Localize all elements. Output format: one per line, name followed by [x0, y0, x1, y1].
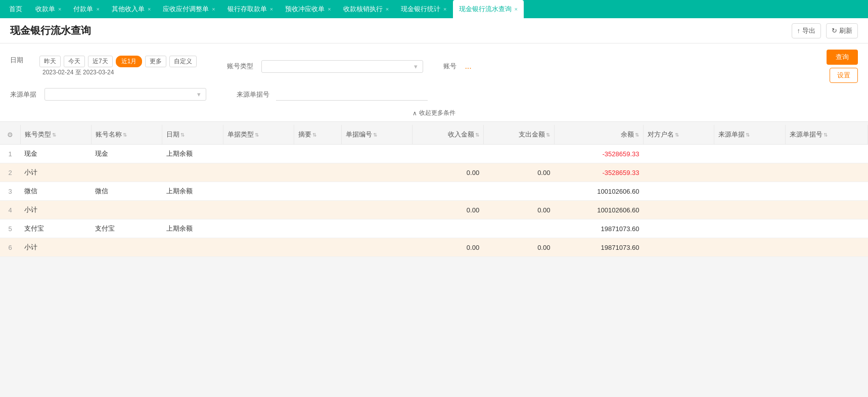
row-source-doc — [714, 182, 785, 201]
col-balance-header[interactable]: 余额⇅ — [554, 125, 643, 145]
row-source-doc — [714, 163, 785, 182]
source-doc-select[interactable]: ▾ — [44, 88, 206, 101]
col-summary-header[interactable]: 摘要⇅ — [294, 125, 342, 145]
row-seq: 5 — [0, 219, 20, 238]
col-gear: ⚙ — [0, 125, 20, 145]
row-doc-no — [342, 163, 413, 182]
row-source-doc — [714, 238, 785, 257]
table-row: 2 小计 0.00 0.00 -3528659.33 — [0, 163, 868, 182]
date-btn-more[interactable]: 更多 — [145, 56, 166, 67]
sort-icon: ⇅ — [746, 132, 750, 138]
row-account-type: 小计 — [20, 238, 91, 257]
row-income — [413, 219, 483, 238]
query-button[interactable]: 查询 — [827, 50, 858, 65]
row-balance: 100102606.60 — [554, 182, 643, 201]
date-btn-today[interactable]: 今天 — [64, 56, 85, 67]
refresh-icon: ↻ — [832, 27, 837, 34]
close-icon[interactable]: × — [212, 6, 215, 12]
col-doc-type-header[interactable]: 单据类型⇅ — [223, 125, 294, 145]
date-label: 日期 — [10, 56, 35, 65]
sort-icon: ⇅ — [255, 132, 259, 138]
row-doc-type — [223, 182, 294, 201]
tab-bank-deposit[interactable]: 银行存取款单 × — [221, 0, 279, 18]
close-icon[interactable]: × — [58, 6, 61, 12]
row-source-doc — [714, 145, 785, 163]
date-btn-yesterday[interactable]: 昨天 — [39, 56, 61, 67]
col-date-header[interactable]: 日期⇅ — [162, 125, 223, 145]
tab-other-income[interactable]: 其他收入单 × — [106, 0, 157, 18]
row-summary — [294, 163, 342, 182]
tab-receipt[interactable]: 收款单 × — [29, 0, 67, 18]
row-account-name: 支付宝 — [91, 219, 162, 238]
row-doc-type — [223, 219, 294, 238]
close-icon[interactable]: × — [328, 6, 331, 12]
row-date: 上期余额 — [162, 182, 223, 201]
row-date: 上期余额 — [162, 219, 223, 238]
tab-payment[interactable]: 付款单 × — [67, 0, 105, 18]
close-icon[interactable]: × — [443, 6, 446, 12]
account-no-label: 账号 — [443, 62, 459, 71]
col-source-doc-no-header[interactable]: 来源单据号⇅ — [785, 125, 867, 145]
collapse-bar[interactable]: ∧ 收起更多条件 — [10, 106, 858, 121]
col-account-type-header[interactable]: 账号类型⇅ — [20, 125, 91, 145]
row-income: 0.00 — [413, 163, 483, 182]
account-type-select[interactable]: ▾ — [261, 60, 423, 73]
tab-cash-bank-flow[interactable]: 现金银行流水查询 × — [453, 0, 524, 18]
table-row: 6 小计 0.00 0.00 19871073.60 — [0, 238, 868, 257]
account-no-dots-button[interactable]: ... — [463, 62, 473, 71]
tab-advance-offset[interactable]: 预收冲应收单 × — [279, 0, 337, 18]
row-doc-type — [223, 201, 294, 219]
col-doc-no-header[interactable]: 单据编号⇅ — [342, 125, 413, 145]
sort-icon: ⇅ — [675, 132, 679, 138]
tab-payment-verify[interactable]: 收款核销执行 × — [337, 0, 395, 18]
row-expense: 0.00 — [483, 238, 554, 257]
date-btn-custom[interactable]: 自定义 — [169, 56, 197, 67]
chevron-down-icon: ▾ — [414, 63, 418, 70]
row-income — [413, 182, 483, 201]
tab-cash-bank-stat[interactable]: 现金银行统计 × — [395, 0, 452, 18]
row-seq: 2 — [0, 163, 20, 182]
nav-home[interactable]: 首页 — [2, 0, 29, 18]
close-icon[interactable]: × — [96, 6, 99, 12]
table-row: 3 微信 微信 上期余额 100102606.60 — [0, 182, 868, 201]
sort-icon: ⇅ — [635, 132, 639, 138]
close-icon[interactable]: × — [386, 6, 389, 12]
refresh-button[interactable]: ↻ 刷新 — [826, 23, 858, 38]
tab-receivable-adjust[interactable]: 应收应付调整单 × — [157, 0, 221, 18]
table-body: 1 现金 现金 上期余额 -3528659.33 2 小计 0.00 0.00 … — [0, 145, 868, 257]
sort-icon: ⇅ — [312, 132, 316, 138]
close-icon[interactable]: × — [515, 6, 518, 12]
gear-icon[interactable]: ⚙ — [7, 131, 13, 139]
row-account-name — [91, 163, 162, 182]
date-options: 昨天 今天 近7天 近1月 更多 自定义 — [39, 56, 197, 67]
col-account-name-header[interactable]: 账号名称⇅ — [91, 125, 162, 145]
row-summary — [294, 219, 342, 238]
row-doc-no — [342, 219, 413, 238]
date-btn-7days[interactable]: 近7天 — [88, 56, 113, 67]
row-account-name — [91, 201, 162, 219]
date-btn-1month[interactable]: 近1月 — [116, 56, 143, 67]
col-expense-header[interactable]: 支出金额⇅ — [483, 125, 554, 145]
row-counterparty — [644, 201, 714, 219]
row-source-doc-no — [785, 182, 867, 201]
row-doc-no — [342, 238, 413, 257]
sort-icon: ⇅ — [373, 132, 377, 138]
source-doc-no-input[interactable] — [276, 89, 428, 101]
settings-button[interactable]: 设置 — [830, 68, 858, 83]
table-wrap: ⚙ 账号类型⇅ 账号名称⇅ 日期⇅ 单据类型⇅ 摘要⇅ 单据编号 — [0, 125, 868, 257]
row-source-doc — [714, 201, 785, 219]
close-icon[interactable]: × — [270, 6, 273, 12]
col-source-doc-header[interactable]: 来源单据⇅ — [714, 125, 785, 145]
close-icon[interactable]: × — [148, 6, 151, 12]
col-counterparty-header[interactable]: 对方户名⇅ — [644, 125, 714, 145]
filter-row-1: 日期 昨天 今天 近7天 近1月 更多 自定义 2023-02-24 至 202… — [10, 50, 858, 83]
row-counterparty — [644, 238, 714, 257]
row-counterparty — [644, 219, 714, 238]
date-range-display: 2023-02-24 至 2023-03-24 — [42, 68, 197, 77]
top-nav: 首页 收款单 × 付款单 × 其他收入单 × 应收应付调整单 × 银行存取款单 … — [0, 0, 868, 18]
export-button[interactable]: ↑ 导出 — [792, 23, 821, 38]
source-doc-label: 来源单据 — [10, 90, 40, 99]
row-balance: 19871073.60 — [554, 219, 643, 238]
row-doc-type — [223, 145, 294, 163]
col-income-header[interactable]: 收入金额⇅ — [413, 125, 483, 145]
